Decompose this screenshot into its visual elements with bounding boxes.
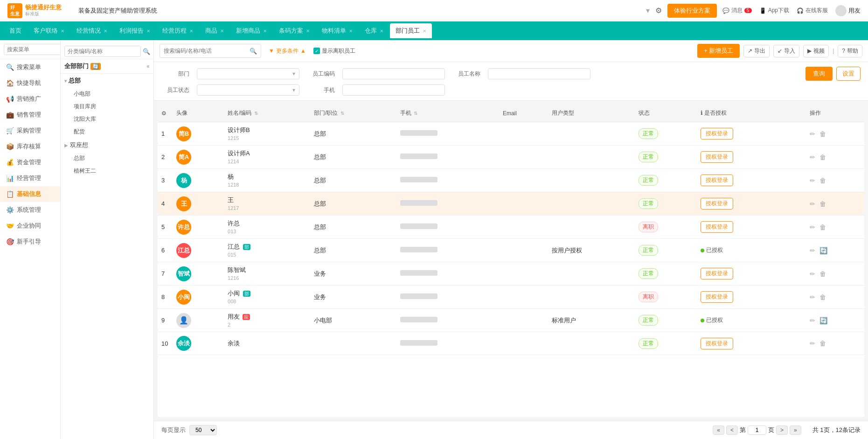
dept-select[interactable]: ▾ [197, 68, 299, 79]
phone-input[interactable] [342, 84, 445, 96]
auth-login-button[interactable]: 授权登录 [701, 268, 733, 279]
close-icon[interactable]: ✕ [146, 28, 150, 34]
page-input[interactable] [748, 425, 766, 435]
delete-icon[interactable]: 🗑 [819, 130, 826, 138]
sidebar-item-system[interactable]: ⚙️ 系统管理 [0, 202, 60, 218]
edit-icon[interactable]: ✏ [810, 247, 815, 254]
user-area[interactable]: 用友 [835, 5, 861, 16]
auth-login-button[interactable]: 授权登录 [701, 174, 733, 186]
dept-sub-shenyang[interactable]: 沈阳大库 [61, 113, 153, 125]
query-button[interactable]: 查询 [806, 67, 833, 81]
sidebar-search-input[interactable] [4, 44, 61, 55]
emp-name-input[interactable] [488, 68, 590, 79]
close-icon[interactable]: ✕ [306, 28, 310, 34]
dept-node-zongbu[interactable]: ▾ 总部 [61, 74, 153, 88]
tab-add-goods[interactable]: 新增商品 ✕ [230, 23, 272, 38]
auth-login-button[interactable]: 授权登录 [701, 221, 733, 233]
dept-sub-xiangmu[interactable]: 项目库房 [61, 100, 153, 113]
search-input[interactable] [164, 48, 248, 54]
delete-icon[interactable]: 🗑 [819, 223, 826, 231]
last-page-button[interactable]: » [790, 425, 801, 435]
first-page-button[interactable]: « [713, 425, 724, 435]
import-button[interactable]: ↙ 导入 [773, 45, 799, 57]
close-icon[interactable]: ✕ [349, 28, 353, 34]
sidebar-item-operations[interactable]: 📊 经营管理 [0, 170, 60, 186]
next-page-button[interactable]: > [776, 425, 788, 435]
close-icon[interactable]: ✕ [104, 28, 107, 34]
delete-icon[interactable]: 🗑 [819, 153, 826, 161]
delete-icon[interactable]: 🗑 [819, 177, 826, 184]
sidebar-item-sales[interactable]: 💼 销售管理 [0, 107, 60, 123]
dept-node-shuangzuo[interactable]: ▶ 双座想 [61, 138, 153, 152]
collapse-button[interactable]: « [146, 63, 150, 70]
dept-search-input[interactable] [64, 46, 141, 57]
dropdown-icon[interactable]: ▾ [646, 6, 650, 15]
edit-icon[interactable]: ✏ [810, 200, 815, 208]
dept-sub-zhishu[interactable]: 植树王二 [61, 165, 153, 177]
sidebar-item-marketing[interactable]: 📢 营销推广 [0, 91, 60, 107]
add-employee-button[interactable]: + 新增员工 [697, 44, 740, 58]
col-settings[interactable]: ⚙ [158, 105, 173, 122]
delete-icon[interactable]: 🔄 [819, 317, 827, 324]
page-size-select[interactable]: 50 20 100 [189, 425, 217, 435]
help-button[interactable]: ? 帮助 [838, 45, 862, 57]
tab-home[interactable]: 首页 [4, 23, 27, 38]
sidebar-item-search[interactable]: 🔍 搜索菜单 [0, 59, 60, 75]
auth-login-button[interactable]: 授权登录 [701, 151, 733, 163]
tab-journey[interactable]: 经营历程 ✕ [157, 23, 199, 38]
delete-icon[interactable]: 🗑 [819, 293, 826, 301]
gear-icon[interactable]: ⚙ [655, 6, 662, 15]
tab-goods[interactable]: 商品 ✕ [200, 23, 229, 38]
edit-icon[interactable]: ✏ [810, 340, 815, 347]
tab-barcode[interactable]: 条码方案 ✕ [273, 23, 315, 38]
edit-icon[interactable]: ✏ [810, 177, 815, 184]
delete-icon[interactable]: 🗑 [819, 270, 826, 278]
sidebar-item-finance[interactable]: 💰 资金管理 [0, 154, 60, 170]
edit-icon[interactable]: ✏ [810, 153, 815, 161]
auth-login-button[interactable]: 授权登录 [701, 198, 733, 209]
delete-icon[interactable]: 🔄 [819, 247, 827, 254]
auth-login-button[interactable]: 授权登录 [701, 338, 733, 349]
close-icon[interactable]: ✕ [423, 28, 426, 34]
app-download-button[interactable]: 📱 App下载 [759, 7, 789, 14]
tab-profit[interactable]: 利润报告 ✕ [114, 23, 156, 38]
dept-sub-peihuo[interactable]: 配货 [61, 125, 153, 138]
edit-icon[interactable]: ✏ [810, 317, 815, 324]
close-icon[interactable]: ✕ [220, 28, 224, 34]
sidebar-item-quicknav[interactable]: 🏠 快捷导航 [0, 75, 60, 91]
auth-login-button[interactable]: 授权登录 [701, 128, 733, 139]
tab-warehouse[interactable]: 仓库 ✕ [359, 23, 389, 38]
auth-login-button[interactable]: 授权登录 [701, 291, 733, 303]
edit-icon[interactable]: ✏ [810, 223, 815, 231]
sidebar-item-basic-info[interactable]: 📋 基础信息 [0, 186, 60, 202]
emp-status-select[interactable]: ▾ [197, 84, 299, 96]
prev-page-button[interactable]: < [726, 425, 738, 435]
set-button[interactable]: 设置 [836, 67, 861, 81]
close-icon[interactable]: ✕ [61, 28, 64, 34]
online-service-button[interactable]: 🎧 在线客服 [797, 7, 828, 14]
close-icon[interactable]: ✕ [380, 28, 383, 34]
tab-bom[interactable]: 物料清单 ✕ [316, 23, 358, 38]
tab-customer[interactable]: 客户联络 ✕ [28, 23, 70, 38]
close-icon[interactable]: ✕ [189, 28, 193, 34]
emp-code-input[interactable] [342, 68, 445, 79]
delete-icon[interactable]: 🗑 [819, 340, 826, 347]
edit-icon[interactable]: ✏ [810, 270, 815, 278]
close-icon[interactable]: ✕ [263, 28, 267, 34]
tab-business[interactable]: 经营情况 ✕ [71, 23, 113, 38]
message-button[interactable]: 💬 消息 5 [722, 7, 752, 14]
show-former-toggle[interactable]: ✓ 显示离职员工 [313, 47, 355, 55]
more-filter-button[interactable]: ▼ 更多条件 ▲ [265, 45, 310, 57]
trial-button[interactable]: 体验行业方案 [667, 4, 717, 18]
sidebar-item-guide[interactable]: 🎯 新手引导 [0, 234, 60, 250]
dept-sub-zongbu2[interactable]: 总部 [61, 152, 153, 165]
delete-icon[interactable]: 🗑 [819, 200, 826, 208]
sidebar-item-purchase[interactable]: 🛒 采购管理 [0, 123, 60, 139]
edit-icon[interactable]: ✏ [810, 293, 815, 301]
export-button[interactable]: ↗ 导出 [743, 45, 770, 57]
view-button[interactable]: ▶ 视频 [803, 45, 829, 57]
sidebar-item-collab[interactable]: 🤝 企业协同 [0, 218, 60, 234]
sidebar-item-inventory[interactable]: 📦 库存核算 [0, 139, 60, 154]
tab-employees[interactable]: 部门员工 ✕ [390, 23, 432, 38]
edit-icon[interactable]: ✏ [810, 130, 815, 138]
